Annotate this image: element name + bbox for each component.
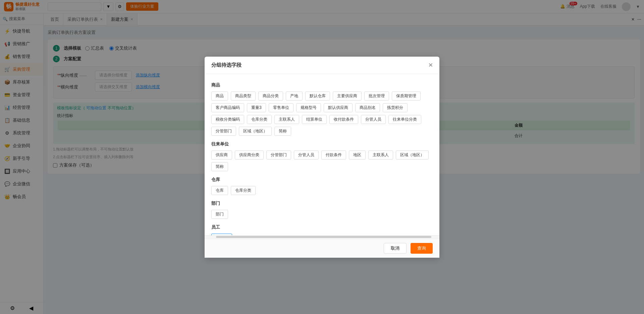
tag-cp-7[interactable]: 区域（地区） [396,150,429,160]
tag-product-14[interactable]: 拣货积分 [383,103,408,112]
modal-body: 商品 商品 商品类型 商品分类 产地 默认仓库 主要供应商 批次管理 保质期管理… [205,74,439,236]
tag-cp-0[interactable]: 供应商 [211,150,232,160]
tag-product-22[interactable]: 分管部门 [211,127,236,136]
section-title-product: 商品 [211,82,433,88]
tag-product-10[interactable]: 零售单位 [269,103,293,112]
section-tags-warehouse: 仓库 仓库分类 [211,186,433,195]
cancel-button[interactable]: 取消 [384,243,407,254]
tag-product-9[interactable]: 重量3 [247,103,266,112]
tag-product-6[interactable]: 批次管理 [364,91,389,101]
tag-product-24[interactable]: 简称 [274,127,291,136]
tag-product-23[interactable]: 区域（地区） [239,127,272,136]
section-tags-product: 商品 商品类型 商品分类 产地 默认仓库 主要供应商 批次管理 保质期管理 客户… [211,91,433,136]
modal-title: 分组待选字段 [211,62,241,68]
section-tags-counterpart: 供应商 供应商分类 分管部门 分管人员 付款条件 地区 主联系人 区域（地区） … [211,150,433,171]
tag-product-12[interactable]: 默认供应商 [324,103,353,112]
tag-product-17[interactable]: 主联系人 [274,115,299,124]
modal-close-btn[interactable]: ✕ [428,62,433,68]
section-title-department: 部门 [211,200,433,206]
field-select-modal: 分组待选字段 ✕ 商品 商品 商品类型 商品分类 产地 默认仓库 主要供应商 批… [205,57,439,258]
tag-cp-4[interactable]: 付款条件 [321,150,346,160]
tag-product-13[interactable]: 商品别名 [355,103,380,112]
tag-product-5[interactable]: 主要供应商 [333,91,362,101]
tag-product-8[interactable]: 客户商品编码 [211,103,244,112]
tag-product-16[interactable]: 仓库分类 [247,115,272,124]
tag-product-2[interactable]: 商品分类 [258,91,283,101]
tag-product-7[interactable]: 保质期管理 [392,91,421,101]
section-title-counterpart: 往来单位 [211,141,433,147]
tag-cp-6[interactable]: 主联系人 [368,150,393,160]
tag-cp-1[interactable]: 供应商分类 [235,150,264,160]
tag-cp-5[interactable]: 地区 [349,150,366,160]
tag-wh-1[interactable]: 仓库分类 [231,186,256,195]
tag-cp-2[interactable]: 分管部门 [266,150,291,160]
tag-product-19[interactable]: 收付款条件 [329,115,358,124]
tag-product-15[interactable]: 税收分类编码 [211,115,244,124]
tag-product-1[interactable]: 商品类型 [231,91,256,101]
section-title-employee: 员工 [211,224,433,230]
tag-cp-3[interactable]: 分管人员 [294,150,319,160]
tag-product-0[interactable]: 商品 [211,91,228,101]
modal-footer: 取消 查询 [205,239,439,258]
modal-hscroll[interactable] [205,235,439,238]
tag-product-20[interactable]: 分管人员 [361,115,386,124]
tag-product-21[interactable]: 往来单位分类 [388,115,421,124]
tag-dept-0[interactable]: 部门 [211,210,228,219]
confirm-button[interactable]: 查询 [411,243,433,254]
tag-cp-8[interactable]: 简称 [211,162,228,171]
section-tags-department: 部门 [211,210,433,219]
tag-product-11[interactable]: 规格型号 [296,103,321,112]
section-title-warehouse: 仓库 [211,177,433,183]
tag-product-4[interactable]: 默认仓库 [305,91,330,101]
tag-wh-0[interactable]: 仓库 [211,186,228,195]
tag-product-3[interactable]: 产地 [286,91,303,101]
tag-product-18[interactable]: 结算单位 [302,115,327,124]
hscroll-bar [216,236,431,238]
modal-header: 分组待选字段 ✕ [205,57,439,74]
